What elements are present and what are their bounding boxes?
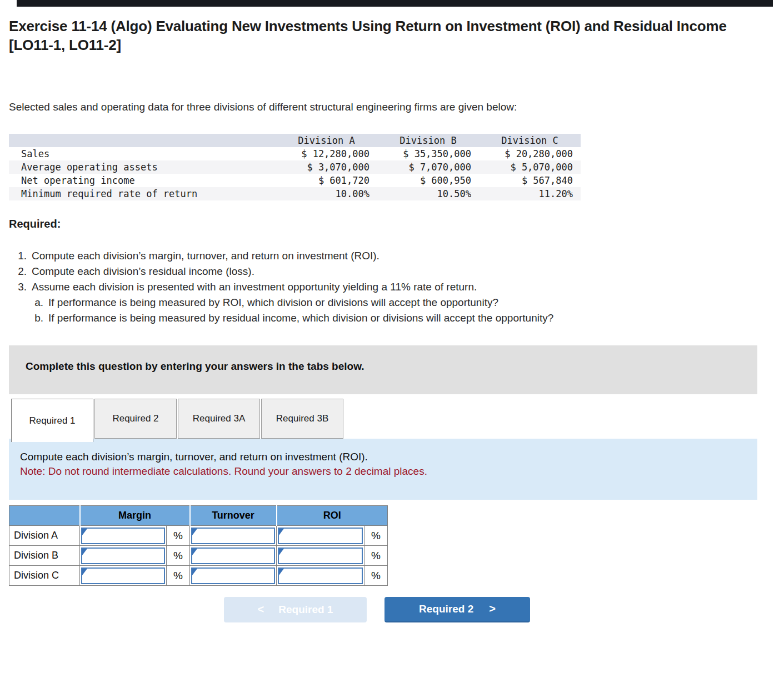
chevron-right-icon: >	[489, 602, 496, 615]
item-number: 3.	[9, 279, 27, 295]
percent-label: %	[364, 546, 388, 566]
row-label: Net operating income	[9, 174, 276, 187]
item-text: If performance is being measured by ROI,…	[48, 295, 498, 310]
table-row: Sales $ 12,280,000 $ 35,350,000 $ 20,280…	[9, 147, 581, 160]
margin-input-division-c[interactable]	[82, 569, 164, 583]
required-item-2: 2. Compute each division’s residual inco…	[9, 264, 553, 279]
item-text: If performance is being measured by resi…	[48, 310, 553, 326]
answer-row-label: Division A	[9, 526, 80, 546]
prev-button-label: Required 1	[278, 604, 333, 616]
next-button-label: Required 2	[419, 603, 473, 615]
cell-value: 11.20%	[479, 187, 581, 200]
answer-row-division-b: Division B % %	[9, 546, 388, 566]
answer-row-label: Division C	[9, 566, 80, 586]
margin-column-header: Margin	[80, 506, 190, 526]
division-b-header: Division B	[377, 134, 479, 147]
answer-header-row: Margin Turnover ROI	[9, 506, 388, 526]
item-text: Compute each division’s residual income …	[32, 264, 254, 279]
prev-required-button[interactable]: < Required 1	[224, 597, 367, 622]
percent-label: %	[364, 566, 388, 586]
empty-header-cell	[9, 134, 276, 147]
required-list: 1. Compute each division’s margin, turno…	[9, 248, 553, 326]
tab-required-3a[interactable]: Required 3A	[178, 399, 260, 439]
cell-value: $ 5,070,000	[479, 160, 581, 174]
required-item-3: 3. Assume each division is presented wit…	[9, 279, 553, 295]
turnover-column-header: Turnover	[190, 506, 277, 526]
turnover-input-division-b[interactable]	[192, 549, 274, 563]
item-number: b.	[26, 310, 43, 326]
roi-input-division-a[interactable]	[279, 529, 362, 543]
margin-cell-c	[80, 566, 167, 586]
item-text: Assume each division is presented with a…	[32, 279, 477, 295]
cell-value: $ 567,840	[479, 174, 581, 187]
item-number: a.	[26, 295, 43, 310]
table-header-row: Division A Division B Division C	[9, 134, 581, 147]
roi-cell-b	[277, 546, 364, 566]
turnover-input-division-c[interactable]	[192, 569, 274, 583]
top-window-edge-bar	[17, 0, 773, 7]
required-heading: Required:	[9, 218, 61, 230]
percent-label: %	[364, 526, 388, 546]
required-item-3a: a. If performance is being measured by R…	[26, 295, 553, 310]
turnover-input-division-a[interactable]	[192, 529, 274, 543]
cell-value: $ 12,280,000	[276, 147, 377, 160]
tab-required-2[interactable]: Required 2	[94, 399, 177, 439]
division-data-table: Division A Division B Division C Sales $…	[9, 134, 581, 200]
margin-input-division-b[interactable]	[82, 549, 164, 563]
percent-label: %	[167, 526, 190, 546]
roi-cell-c	[277, 566, 364, 586]
cell-value: $ 35,350,000	[377, 147, 479, 160]
margin-cell-a	[80, 526, 167, 546]
item-number: 2.	[9, 264, 27, 279]
turnover-cell-c	[190, 566, 277, 586]
cell-value: $ 7,070,000	[377, 160, 479, 174]
turnover-cell-b	[190, 546, 277, 566]
cell-value: $ 20,280,000	[479, 147, 581, 160]
roi-input-division-c[interactable]	[279, 569, 362, 583]
answer-table: Margin Turnover ROI Division A %	[9, 505, 388, 586]
answer-row-division-a: Division A % %	[9, 526, 388, 546]
intro-text: Selected sales and operating data for th…	[9, 101, 517, 113]
margin-input-division-a[interactable]	[82, 529, 164, 543]
cell-value: $ 3,070,000	[276, 160, 377, 174]
chevron-left-icon: <	[258, 603, 264, 616]
panel-instruction: Compute each division’s margin, turnover…	[9, 439, 757, 464]
tab-required-3b[interactable]: Required 3B	[261, 399, 343, 439]
banner-text: Complete this question by entering your …	[9, 345, 757, 373]
row-label: Sales	[9, 147, 276, 160]
cell-value: 10.50%	[377, 187, 479, 200]
item-text: Compute each division’s margin, turnover…	[32, 248, 379, 264]
answer-row-label: Division B	[9, 546, 80, 566]
item-number: 1.	[9, 248, 27, 264]
answer-row-division-c: Division C % %	[9, 566, 388, 586]
roi-cell-a	[277, 526, 364, 546]
division-a-header: Division A	[276, 134, 377, 147]
table-row: Net operating income $ 601,720 $ 600,950…	[9, 174, 581, 187]
cell-value: 10.00%	[276, 187, 377, 200]
cell-value: $ 601,720	[276, 174, 377, 187]
row-label: Minimum required rate of return	[9, 187, 276, 200]
percent-label: %	[167, 546, 190, 566]
margin-cell-b	[80, 546, 167, 566]
division-c-header: Division C	[479, 134, 581, 147]
next-required-button[interactable]: Required 2 >	[384, 597, 530, 622]
pagination-nav: < Required 1 Required 2 >	[0, 597, 784, 622]
page-title: Exercise 11-14 (Algo) Evaluating New Inv…	[9, 17, 753, 55]
roi-column-header: ROI	[277, 506, 388, 526]
panel-note: Note: Do not round intermediate calculat…	[9, 464, 757, 478]
percent-label: %	[167, 566, 190, 586]
table-row: Minimum required rate of return 10.00% 1…	[9, 187, 581, 200]
roi-input-division-b[interactable]	[279, 549, 362, 563]
answer-corner-cell	[9, 506, 80, 526]
required-item-3b: b. If performance is being measured by r…	[26, 310, 553, 326]
turnover-cell-a	[190, 526, 277, 546]
tab-content-panel: Compute each division’s margin, turnover…	[9, 439, 757, 500]
table-row: Average operating assets $ 3,070,000 $ 7…	[9, 160, 581, 174]
cell-value: $ 600,950	[377, 174, 479, 187]
tab-required-1[interactable]: Required 1	[11, 399, 93, 442]
row-label: Average operating assets	[9, 160, 276, 174]
tab-bar: Required 1 Required 2 Required 3A Requir…	[11, 399, 344, 442]
required-item-1: 1. Compute each division’s margin, turno…	[9, 248, 553, 264]
exercise-page: Exercise 11-14 (Algo) Evaluating New Inv…	[0, 0, 784, 678]
complete-question-banner: Complete this question by entering your …	[9, 345, 757, 394]
